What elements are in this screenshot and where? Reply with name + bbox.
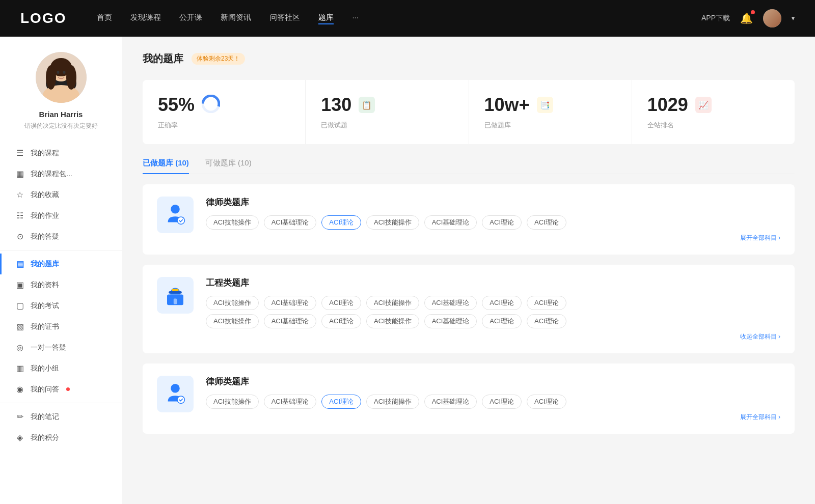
nav-link-1[interactable]: 发现课程 <box>130 13 161 24</box>
stat-label-2: 已做题库 <box>484 121 616 130</box>
qbank-tag-0-5[interactable]: ACI理论 <box>482 215 522 230</box>
qbank-title-1: 工程类题库 <box>206 277 780 289</box>
sidebar-item-11[interactable]: ◉ 我的问答 <box>0 379 122 400</box>
sidebar-item-10[interactable]: ▥ 我的小组 <box>0 358 122 379</box>
qbank-tag2-1-2[interactable]: ACI理论 <box>321 314 361 328</box>
stat-value-0: 55% <box>158 94 195 116</box>
nav-link-4[interactable]: 问答社区 <box>269 13 300 24</box>
sidebar-item-6[interactable]: ▣ 我的资料 <box>0 274 122 295</box>
qbank-tag-2-0[interactable]: ACI技能操作 <box>206 395 259 409</box>
qbank-tag2-1-3[interactable]: ACI技能操作 <box>366 314 419 328</box>
avatar-image <box>763 9 781 27</box>
tabs-row: 已做题库 (10)可做题库 (10) <box>143 158 795 174</box>
qbank-tag-0-1[interactable]: ACI基础理论 <box>264 215 317 230</box>
qbank-expand-1[interactable]: 收起全部科目 › <box>206 332 780 341</box>
qbank-tag-0-6[interactable]: ACI理论 <box>527 215 566 230</box>
sidebar-item-7[interactable]: ▢ 我的考试 <box>0 295 122 316</box>
qbank-avatar-0 <box>157 197 194 233</box>
nav-link-6[interactable]: ··· <box>352 13 359 24</box>
stat-value-2: 10w+ <box>484 94 530 116</box>
page-title: 我的题库 <box>143 52 183 66</box>
engineer-icon <box>163 283 187 307</box>
sidebar-item-5[interactable]: ▤ 我的题库 <box>0 254 122 274</box>
sidebar-avatar <box>36 52 87 103</box>
qbank-tag2-1-5[interactable]: ACI理论 <box>482 314 522 328</box>
qbank-tag2-1-1[interactable]: ACI基础理论 <box>264 314 317 328</box>
qbank-tag-1-1[interactable]: ACI基础理论 <box>264 296 317 310</box>
tab-0[interactable]: 已做题库 (10) <box>143 158 189 174</box>
nav-link-2[interactable]: 公开课 <box>179 13 202 24</box>
qbank-tag-2-6[interactable]: ACI理论 <box>527 395 566 409</box>
sidebar-icon-7: ▢ <box>15 301 24 311</box>
sidebar-label-3: 我的作业 <box>31 211 59 220</box>
sidebar-label-4: 我的答疑 <box>31 232 59 241</box>
sidebar-item-4[interactable]: ⊙ 我的答疑 <box>0 226 122 247</box>
qbank-tag-0-0[interactable]: ACI技能操作 <box>206 215 259 230</box>
sidebar-item-0[interactable]: ☰ 我的课程 <box>0 143 122 163</box>
qbank-tags-row1-0: ACI技能操作ACI基础理论ACI理论ACI技能操作ACI基础理论ACI理论AC… <box>206 215 780 230</box>
sidebar-menu: ☰ 我的课程 ▦ 我的课程包... ☆ 我的收藏 ☷ 我的作业 ⊙ 我的答疑 ▤… <box>0 143 122 448</box>
sidebar-icon-12: ✏ <box>15 412 24 422</box>
app-download-button[interactable]: APP下载 <box>701 14 730 23</box>
svg-point-8 <box>63 71 65 74</box>
qbank-tag2-1-0[interactable]: ACI技能操作 <box>206 314 259 328</box>
qbank-tag2-1-6[interactable]: ACI理论 <box>527 314 566 328</box>
sidebar-item-2[interactable]: ☆ 我的收藏 <box>0 184 122 205</box>
stat-icon-0 <box>202 95 220 115</box>
sidebar-label-2: 我的收藏 <box>31 190 59 200</box>
page-wrap: Brian Harris 错误的决定比没有决定要好 ☰ 我的课程 ▦ 我的课程包… <box>0 37 815 504</box>
qbank-expand-0[interactable]: 展开全部科目 › <box>206 234 780 242</box>
qbank-tag-0-2[interactable]: ACI理论 <box>321 215 361 230</box>
sidebar-motto: 错误的决定比没有决定要好 <box>14 122 108 130</box>
qbank-tag-0-3[interactable]: ACI技能操作 <box>366 215 419 230</box>
qbank-list: 律师类题库 ACI技能操作ACI基础理论ACI理论ACI技能操作ACI基础理论A… <box>143 184 795 434</box>
nav-link-0[interactable]: 首页 <box>97 13 112 24</box>
avatar-dropdown-arrow[interactable]: ▾ <box>792 15 795 22</box>
qbank-tag-1-0[interactable]: ACI技能操作 <box>206 296 259 310</box>
page-header: 我的题库 体验剩余23天！ <box>143 52 795 66</box>
avatar[interactable] <box>763 9 781 27</box>
qbank-tag-0-4[interactable]: ACI基础理论 <box>424 215 477 230</box>
stat-label-0: 正确率 <box>158 121 290 130</box>
qbank-tag-2-4[interactable]: ACI基础理论 <box>424 395 477 409</box>
sidebar-item-13[interactable]: ◈ 我的积分 <box>0 427 122 448</box>
qbank-tag-2-3[interactable]: ACI技能操作 <box>366 395 419 409</box>
qbank-tag-2-2[interactable]: ACI理论 <box>321 395 361 409</box>
sidebar-item-1[interactable]: ▦ 我的课程包... <box>0 163 122 184</box>
sidebar-label-6: 我的资料 <box>31 281 59 290</box>
nav-link-3[interactable]: 新闻资讯 <box>221 13 251 24</box>
qbank-tag-1-3[interactable]: ACI技能操作 <box>366 296 419 310</box>
qbank-tag2-1-4[interactable]: ACI基础理论 <box>424 314 477 328</box>
stat-item-0: 55% 正确率 <box>143 80 306 144</box>
qbank-expand-2[interactable]: 展开全部科目 › <box>206 413 780 422</box>
stats-row: 55% 正确率 130 📋 已做试题 10w+ 📑 已做题库 1029 📈 全站… <box>143 80 795 144</box>
qbank-tag-1-5[interactable]: ACI理论 <box>482 296 522 310</box>
qbank-tag-2-1[interactable]: ACI基础理论 <box>264 395 317 409</box>
sidebar-item-3[interactable]: ☷ 我的作业 <box>0 205 122 226</box>
stat-item-2: 10w+ 📑 已做题库 <box>469 80 632 144</box>
sidebar-icon-1: ▦ <box>15 169 24 179</box>
qbank-tag-2-5[interactable]: ACI理论 <box>482 395 522 409</box>
svg-point-11 <box>171 205 180 214</box>
sidebar-item-8[interactable]: ▧ 我的证书 <box>0 316 122 337</box>
nav-link-5[interactable]: 题库 <box>318 13 334 24</box>
notification-bell[interactable]: 🔔 <box>740 12 753 24</box>
svg-point-7 <box>57 71 59 74</box>
qbank-tags-row1-1: ACI技能操作ACI基础理论ACI理论ACI技能操作ACI基础理论ACI理论AC… <box>206 296 780 310</box>
sidebar-icon-4: ⊙ <box>15 232 24 241</box>
sidebar-item-12[interactable]: ✏ 我的笔记 <box>0 406 122 427</box>
tab-1[interactable]: 可做题库 (10) <box>205 158 252 174</box>
qbank-tag-1-4[interactable]: ACI基础理论 <box>424 296 477 310</box>
qbank-avatar-1 <box>157 277 194 314</box>
qbank-card-0: 律师类题库 ACI技能操作ACI基础理论ACI理论ACI技能操作ACI基础理论A… <box>143 184 795 255</box>
main-content: 我的题库 体验剩余23天！ 55% 正确率 130 📋 已做试题 10w+ 📑 … <box>122 37 815 504</box>
qbank-tag-1-6[interactable]: ACI理论 <box>527 296 566 310</box>
sidebar-icon-9: ◎ <box>15 343 24 352</box>
sidebar-label-12: 我的笔记 <box>31 412 59 422</box>
navbar: LOGO 首页发现课程公开课新闻资讯问答社区题库··· APP下载 🔔 ▾ <box>0 0 815 37</box>
sidebar-item-9[interactable]: ◎ 一对一答疑 <box>0 337 122 358</box>
qbank-body-1: 工程类题库 ACI技能操作ACI基础理论ACI理论ACI技能操作ACI基础理论A… <box>206 277 780 341</box>
qbank-tag-1-2[interactable]: ACI理论 <box>321 296 361 310</box>
stat-icon-2: 📑 <box>537 97 553 113</box>
qbank-title-0: 律师类题库 <box>206 197 780 208</box>
